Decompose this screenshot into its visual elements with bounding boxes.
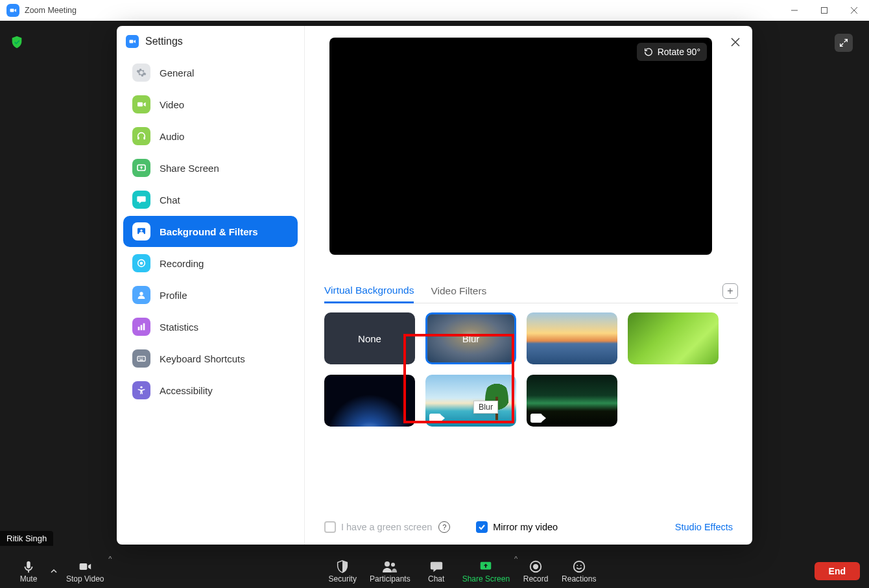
svg-rect-14: [137, 102, 143, 107]
svg-rect-26: [137, 357, 145, 361]
record-icon: [132, 254, 150, 272]
svg-rect-15: [137, 137, 139, 140]
nav-statistics[interactable]: Statistics: [123, 311, 298, 342]
gear-icon: [132, 64, 150, 82]
add-background-button[interactable]: +: [722, 283, 738, 299]
studio-effects-link[interactable]: Studio Effects: [675, 522, 733, 532]
video-icon: [132, 95, 150, 113]
bg-option-none[interactable]: None: [324, 312, 415, 364]
nav-chat[interactable]: Chat: [123, 184, 298, 215]
share-icon: [132, 159, 150, 177]
checkbox-checked-icon: [476, 521, 488, 533]
svg-point-5: [385, 561, 390, 567]
svg-rect-16: [143, 137, 145, 140]
video-preview: Rotate 90°: [329, 38, 712, 255]
zoom-logo-icon: [126, 35, 139, 48]
chart-icon: [132, 318, 150, 336]
participants-button[interactable]: Participants: [363, 556, 417, 585]
zoom-app-icon: [6, 4, 19, 17]
svg-rect-1: [791, 10, 798, 11]
bg-option-bridge[interactable]: [527, 312, 617, 364]
svg-point-31: [140, 386, 142, 388]
svg-rect-27: [139, 358, 139, 359]
window-title: Zoom Meeting: [25, 6, 77, 15]
nav-profile[interactable]: Profile: [123, 279, 298, 311]
participant-name-badge: Ritik Singh: [0, 531, 53, 546]
settings-header: Settings: [123, 35, 298, 57]
headphones-icon: [132, 127, 150, 145]
green-screen-checkbox[interactable]: I have a green screen: [324, 521, 432, 533]
window-titlebar: Zoom Meeting: [0, 0, 869, 21]
bg-option-grass[interactable]: [628, 312, 719, 364]
svg-point-19: [140, 229, 142, 231]
settings-title: Settings: [145, 36, 183, 47]
rotate-button[interactable]: Rotate 90°: [637, 43, 707, 61]
share-screen-button[interactable]: Share Screen ^: [456, 556, 516, 585]
nav-keyboard-shortcuts[interactable]: Keyboard Shortcuts: [123, 343, 298, 374]
panel-tabs: Virtual Backgrounds Video Filters +: [324, 279, 738, 303]
keyboard-icon: [132, 349, 150, 368]
svg-rect-0: [10, 9, 14, 12]
stop-video-button[interactable]: Stop Video ^: [60, 556, 111, 585]
accessibility-icon: [132, 381, 150, 399]
svg-rect-24: [141, 325, 143, 330]
user-icon: [132, 286, 150, 304]
svg-point-6: [391, 563, 395, 567]
svg-rect-23: [138, 327, 140, 330]
checkbox-unchecked-icon: [324, 521, 336, 533]
panel-footer: I have a green screen ? Mirror my video …: [324, 521, 733, 533]
tooltip: Blur: [473, 401, 498, 414]
video-badge-icon: [429, 414, 441, 423]
nav-share-screen[interactable]: Share Screen: [123, 152, 298, 183]
nav-audio[interactable]: Audio: [123, 121, 298, 152]
svg-rect-30: [139, 359, 143, 360]
meeting-toolbar: Mute Stop Video ^ Security Participants …: [0, 554, 869, 588]
chat-icon: [132, 191, 150, 209]
svg-point-10: [574, 561, 585, 572]
background-icon: [132, 222, 150, 241]
settings-sidebar: Settings General Video Audio Share Scree…: [117, 26, 305, 545]
bg-option-beach[interactable]: [425, 375, 516, 427]
svg-rect-25: [143, 323, 145, 331]
nav-recording[interactable]: Recording: [123, 248, 298, 279]
nav-general[interactable]: General: [123, 57, 298, 88]
chat-button[interactable]: Chat: [417, 556, 456, 585]
svg-rect-4: [80, 563, 88, 570]
window-maximize-button[interactable]: [809, 0, 839, 21]
svg-rect-2: [822, 8, 827, 14]
end-meeting-button[interactable]: End: [815, 562, 860, 580]
video-badge-icon: [530, 414, 542, 423]
svg-point-12: [580, 565, 582, 566]
svg-rect-13: [130, 40, 134, 43]
enter-fullscreen-button[interactable]: [835, 34, 853, 52]
video-options-chevron[interactable]: ^: [108, 555, 112, 563]
bg-option-earth[interactable]: [324, 375, 415, 427]
nav-background-filters[interactable]: Background & Filters: [123, 216, 298, 247]
security-button[interactable]: Security: [322, 556, 363, 585]
nav-accessibility[interactable]: Accessibility: [123, 375, 298, 406]
svg-point-21: [140, 262, 143, 265]
bg-option-blur[interactable]: Blur: [425, 312, 516, 364]
record-button[interactable]: Record: [516, 556, 555, 585]
tab-video-filters[interactable]: Video Filters: [431, 280, 486, 302]
settings-dialog: Settings General Video Audio Share Scree…: [117, 26, 752, 545]
svg-point-11: [577, 565, 578, 566]
svg-rect-3: [27, 561, 30, 568]
reactions-button[interactable]: Reactions: [555, 556, 602, 585]
bg-option-aurora[interactable]: [527, 375, 617, 427]
window-close-button[interactable]: [839, 0, 869, 21]
window-minimize-button[interactable]: [780, 0, 809, 21]
audio-options-chevron[interactable]: [48, 561, 60, 581]
help-icon[interactable]: ?: [438, 521, 450, 533]
settings-panel: Rotate 90° Virtual Backgrounds Video Fil…: [305, 26, 752, 545]
encryption-shield-icon[interactable]: [10, 35, 24, 52]
svg-rect-29: [142, 358, 143, 359]
nav-video[interactable]: Video: [123, 89, 298, 120]
mute-button[interactable]: Mute: [9, 556, 48, 585]
background-grid: None Blur: [324, 312, 738, 427]
svg-rect-28: [141, 358, 141, 359]
svg-point-9: [534, 564, 538, 568]
tab-virtual-backgrounds[interactable]: Virtual Backgrounds: [324, 279, 414, 303]
svg-point-22: [139, 292, 143, 295]
mirror-video-checkbox[interactable]: Mirror my video: [476, 521, 558, 533]
